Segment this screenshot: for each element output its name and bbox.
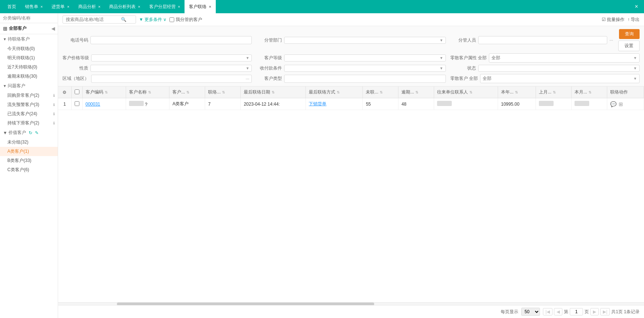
phone-input[interactable]: [90, 36, 252, 44]
tab-customer-tier-close[interactable]: ×: [178, 4, 180, 9]
page-suffix: 页: [584, 309, 589, 315]
sort-date-icon[interactable]: ⇅: [272, 90, 275, 94]
info-icon-0: ℹ: [53, 93, 55, 98]
more-filters-btn[interactable]: ▼ 更多条件 ∨: [139, 17, 167, 23]
tab-purchase-close[interactable]: ×: [67, 4, 69, 9]
sort-name-icon[interactable]: ⇅: [148, 90, 151, 94]
query-btn[interactable]: 查询: [619, 29, 640, 39]
th-gear[interactable]: ⚙: [58, 86, 71, 98]
sidebar-item-declining[interactable]: 持续下滑客户(2) ℹ: [0, 119, 58, 128]
next-page-btn[interactable]: ▶: [590, 308, 599, 315]
info-icon-2: ℹ: [53, 112, 55, 116]
settings-btn[interactable]: 设置: [618, 40, 640, 51]
tab-purchase[interactable]: 进货单 ×: [47, 0, 74, 13]
sidebar-item-7days[interactable]: 近7天待联络(0): [0, 63, 58, 72]
main-search-icon[interactable]: 🔍: [121, 17, 126, 22]
per-page-label: 每页显示: [501, 309, 518, 315]
value-refresh-icon[interactable]: ↻: [29, 130, 32, 135]
horizontal-scrollbar[interactable]: [58, 302, 644, 305]
tab-product-analysis-list[interactable]: 商品分析列表 ×: [105, 0, 144, 13]
sort-method-icon[interactable]: ⇅: [337, 90, 340, 94]
sidebar-item-tomorrow[interactable]: 明天待联络(1): [0, 53, 58, 63]
batch-op-btn[interactable]: ☑ 批量操作: [602, 17, 625, 23]
sidebar-item-class-b[interactable]: B类客户(33): [0, 156, 58, 165]
customer-type-input[interactable]: [284, 75, 446, 83]
sort-level-icon[interactable]: ⇅: [186, 90, 189, 94]
home-tab[interactable]: 首页: [3, 0, 21, 13]
nature-select[interactable]: ▼: [90, 65, 252, 72]
sidebar-item-churned[interactable]: 已流失客户(24) ℹ: [0, 109, 58, 119]
qr-icon[interactable]: ⊞: [619, 101, 623, 107]
sort-contact-icon[interactable]: ⇅: [222, 90, 225, 94]
my-customers-checkbox[interactable]: [169, 17, 174, 22]
sidebar-item-abnormal[interactable]: 回购异常客户(2) ℹ: [0, 91, 58, 100]
info-icon-1: ℹ: [53, 103, 55, 107]
sidebar-item-overdue[interactable]: 逾期未联络(30): [0, 72, 58, 81]
th-person: 往来单位联系人 ⇅: [434, 86, 498, 98]
sort-overdue-icon[interactable]: ⇅: [415, 90, 418, 94]
first-page-btn[interactable]: |◀: [543, 308, 552, 315]
total-label: 共1页 1条记录: [611, 309, 640, 315]
person-dots-icon[interactable]: ···: [609, 38, 613, 43]
tab-product-analysis-close[interactable]: ×: [98, 4, 100, 9]
tab-product-list-close[interactable]: ×: [138, 4, 140, 9]
person-input[interactable]: [478, 36, 607, 44]
export-btn[interactable]: ↑ 导出: [627, 17, 640, 23]
main-table: ⚙ 客户编码 ⇅ 客户名称: [58, 86, 644, 110]
sort-person-icon[interactable]: ⇅: [469, 90, 472, 94]
sidebar-item-class-c[interactable]: C类客户(6): [0, 165, 58, 174]
sidebar-item-churn-warning[interactable]: 流失预警客户(3) ℹ: [0, 100, 58, 109]
retail-attr-select[interactable]: 全部 ▼: [489, 53, 640, 63]
table-footer: 每页显示 50 100 |◀ ◀ 第 页 ▶ ▶| 共1页 1条记录: [58, 305, 644, 318]
region-dots-icon[interactable]: ···: [246, 76, 249, 81]
main-search-input[interactable]: [66, 17, 121, 22]
page-input[interactable]: [570, 308, 583, 315]
sidebar-item-today[interactable]: 今天待联络(0): [0, 44, 58, 53]
retail-customer-select[interactable]: 全部 ▼: [480, 74, 640, 83]
close-all-btn[interactable]: ×: [632, 3, 641, 10]
nature-label: 性质: [62, 65, 88, 71]
my-customers-label: 我分管的客户: [176, 17, 202, 23]
sidebar-search-area: 🔍: [0, 13, 58, 23]
sidebar-collapse-icon[interactable]: ◀: [51, 26, 55, 31]
row-checkbox[interactable]: [75, 101, 79, 106]
tab-sales[interactable]: 销售单 ×: [21, 0, 47, 13]
scrollbar-thumb[interactable]: [117, 303, 374, 305]
value-edit-icon[interactable]: ✎: [35, 130, 39, 135]
last-page-btn[interactable]: ▶|: [600, 308, 610, 315]
tab-sales-close[interactable]: ×: [40, 4, 43, 9]
sidebar-search-input[interactable]: [3, 15, 58, 21]
dept-arrow-icon: ▼: [440, 38, 443, 42]
problem-customer-section[interactable]: ▼ 问题客户: [0, 81, 58, 91]
tab-customer-contact[interactable]: 客户联络 ×: [185, 0, 215, 13]
tab-customer-contact-close[interactable]: ×: [209, 4, 211, 9]
all-customers-label[interactable]: 全部客户: [9, 25, 26, 32]
sidebar-item-unclassified[interactable]: 未分组(32): [0, 138, 58, 147]
price-level-select[interactable]: ▼: [91, 54, 252, 61]
per-page-select[interactable]: 50 100: [521, 308, 540, 316]
sidebar-item-class-a[interactable]: A类客户(1): [0, 147, 58, 156]
sort-notcontact-icon[interactable]: ⇅: [380, 90, 383, 94]
sort-thismonth-icon[interactable]: ⇅: [588, 90, 591, 94]
th-code: 客户编码 ⇅: [82, 86, 126, 98]
chat-icon[interactable]: 💬: [610, 101, 616, 107]
status-select[interactable]: ▼: [478, 65, 640, 72]
sort-lastmonth-icon[interactable]: ⇅: [553, 90, 556, 94]
tab-product-analysis[interactable]: 商品分析 ×: [74, 0, 105, 13]
cell-code[interactable]: 000031: [82, 98, 126, 110]
th-last-month: 上月... ⇅: [536, 86, 572, 98]
pending-contact-section[interactable]: ▼ 待联络客户: [0, 34, 58, 44]
sort-year-icon[interactable]: ⇅: [515, 90, 518, 94]
dept-label: 分管部门: [256, 37, 282, 43]
prev-page-btn[interactable]: ◀: [554, 308, 562, 315]
dept-select[interactable]: ▼: [284, 37, 446, 44]
region-select[interactable]: ···: [91, 75, 252, 83]
payment-arrow-icon: ▼: [440, 66, 443, 70]
tab-customer-tier[interactable]: 客户分层经营 ×: [145, 0, 185, 13]
payment-select[interactable]: ▼: [284, 65, 446, 72]
value-customer-section[interactable]: ▼ 价值客户 ↻ ✎: [0, 128, 58, 138]
select-all-checkbox[interactable]: [75, 89, 79, 94]
cell-action: 💬 ⊞: [607, 98, 644, 110]
sort-code-icon[interactable]: ⇅: [105, 90, 108, 94]
customer-level-select[interactable]: ▼: [284, 54, 446, 61]
